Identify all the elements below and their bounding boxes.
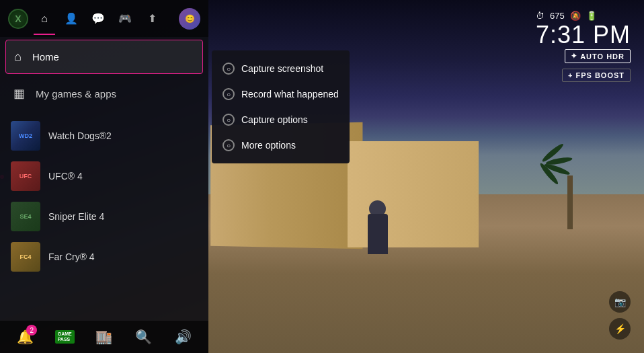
character xyxy=(361,187,401,254)
xbox-x-icon: X xyxy=(15,13,21,24)
sidebar-item-home-label: Home xyxy=(32,51,59,63)
battery-level: 675 xyxy=(550,11,565,21)
record-happened-label: Record what happened xyxy=(241,89,339,100)
notification-badge: 2 xyxy=(26,325,37,336)
ufc4-thumb: UFC xyxy=(11,161,40,191)
nav-tab-chat[interactable]: 💬 xyxy=(87,8,109,30)
search-button[interactable]: 🔍 xyxy=(129,322,159,352)
record-happened-circle-icon: ○ xyxy=(223,88,235,100)
store-button[interactable]: 🏬 xyxy=(89,322,119,352)
sidebar-item-my-games[interactable]: ▦ My games & apps xyxy=(0,77,208,110)
home-nav-icon: ⌂ xyxy=(41,13,48,25)
sniper-elite-label: Sniper Elite 4 xyxy=(48,211,104,222)
fps-boost-label: FPS BOOST xyxy=(575,71,625,79)
watchdogs2-thumb: WD2 xyxy=(11,121,40,151)
battery-icon: ⏱ xyxy=(536,11,545,21)
record-happened-item[interactable]: ○ Record what happened xyxy=(212,81,350,107)
palm-leaves xyxy=(532,155,573,175)
status-icons: ⏱ 675 🔕 🔋 xyxy=(536,11,631,21)
home-icon: ⌂ xyxy=(14,50,22,64)
nav-bar: X ⌂ 👤 💬 🎮 ⬆ 😊 xyxy=(0,0,208,37)
sidebar-panel: X ⌂ 👤 💬 🎮 ⬆ 😊 ⌂ Home ▦ My games & xyxy=(0,0,208,353)
bolt-corner-icon[interactable]: ⚡ xyxy=(609,318,631,340)
game-pass-button[interactable]: GAMEPASS xyxy=(50,322,79,352)
notifications-button[interactable]: 2 🔔 xyxy=(10,322,40,352)
camera-corner-icon[interactable]: 📷 xyxy=(609,291,631,313)
ufc-game-icon: UFC xyxy=(19,173,32,180)
capture-options-circle-icon: ○ xyxy=(223,114,235,126)
battery-full-icon: 🔋 xyxy=(586,11,597,21)
capture-screenshot-circle-icon: ○ xyxy=(223,63,235,75)
sniper-game-icon: SE4 xyxy=(19,213,31,220)
more-options-label: More options xyxy=(241,140,296,151)
watchdogs-game-icon: WD2 xyxy=(19,132,32,140)
search-icon: 🔍 xyxy=(135,329,152,345)
sniper-elite-thumb: SE4 xyxy=(11,202,40,231)
auto-hdr-badge[interactable]: ✦ AUTO HDR xyxy=(565,49,631,63)
bottom-toolbar: 2 🔔 GAMEPASS 🏬 🔍 🔊 xyxy=(0,321,208,353)
hud-badges: ✦ AUTO HDR + FPS BOOST xyxy=(536,49,631,85)
xbox-logo[interactable]: X xyxy=(8,9,28,29)
dropdown-menu: ○ Capture screenshot ○ Record what happe… xyxy=(212,50,350,163)
volume-button[interactable]: 🔊 xyxy=(169,322,198,352)
list-item[interactable]: SE4 Sniper Elite 4 xyxy=(0,196,208,237)
sidebar-content: ⌂ Home ▦ My games & apps WD2 Watch Dogs®… xyxy=(0,40,208,277)
more-options-circle-icon: ○ xyxy=(223,139,235,151)
star-icon: ✦ xyxy=(571,52,577,61)
volume-icon: 🔊 xyxy=(175,329,192,345)
game-pass-label: GAMEPASS xyxy=(58,331,72,342)
ufc4-label: UFC® 4 xyxy=(48,171,83,182)
nav-tab-controller[interactable]: 🎮 xyxy=(114,8,136,30)
farcry4-label: Far Cry® 4 xyxy=(48,251,95,262)
social-icon: 👤 xyxy=(65,12,78,25)
sidebar-item-home[interactable]: ⌂ Home xyxy=(5,40,203,74)
profile-avatar[interactable]: 😊 xyxy=(179,8,200,30)
char-body xyxy=(368,214,388,254)
mute-icon: 🔕 xyxy=(570,11,581,21)
avatar-icon: 😊 xyxy=(185,14,195,24)
grid-icon: ▦ xyxy=(13,86,25,101)
capture-screenshot-item[interactable]: ○ Capture screenshot xyxy=(212,56,350,81)
store-icon: 🏬 xyxy=(95,329,112,345)
capture-screenshot-label: Capture screenshot xyxy=(241,63,323,74)
more-options-item[interactable]: ○ More options xyxy=(212,132,350,158)
nav-tab-home[interactable]: ⌂ xyxy=(34,8,55,30)
game-pass-badge: GAMEPASS xyxy=(55,330,75,343)
chat-icon: 💬 xyxy=(91,12,105,25)
fps-boost-badge[interactable]: + FPS BOOST xyxy=(562,69,631,82)
hud-overlay: ⏱ 675 🔕 🔋 7:31 PM ✦ AUTO HDR + FPS BOOST xyxy=(536,11,631,85)
controller-icon: 🎮 xyxy=(118,12,132,25)
game-list: WD2 Watch Dogs®2 UFC UFC® 4 SE4 Sniper E… xyxy=(0,116,208,277)
share-icon: ⬆ xyxy=(148,12,157,25)
farcry4-thumb: FC4 xyxy=(11,242,40,272)
bottom-right-icons: 📷 ⚡ xyxy=(609,291,631,340)
capture-options-label: Capture options xyxy=(241,114,308,125)
capture-options-item[interactable]: ○ Capture options xyxy=(212,107,350,132)
sidebar-item-my-games-label: My games & apps xyxy=(36,88,116,100)
hud-time: 7:31 PM xyxy=(536,21,631,49)
palm-tree xyxy=(550,155,590,229)
farcry-game-icon: FC4 xyxy=(19,253,31,260)
list-item[interactable]: WD2 Watch Dogs®2 xyxy=(0,116,208,156)
palm-trunk xyxy=(567,175,573,229)
watchdogs2-label: Watch Dogs®2 xyxy=(48,130,112,141)
list-item[interactable]: UFC UFC® 4 xyxy=(0,156,208,196)
list-item[interactable]: FC4 Far Cry® 4 xyxy=(0,237,208,277)
auto-hdr-label: AUTO HDR xyxy=(580,52,625,61)
plus-icon: + xyxy=(568,71,573,79)
nav-tab-social[interactable]: 👤 xyxy=(61,8,82,30)
nav-tab-share[interactable]: ⬆ xyxy=(141,8,163,30)
